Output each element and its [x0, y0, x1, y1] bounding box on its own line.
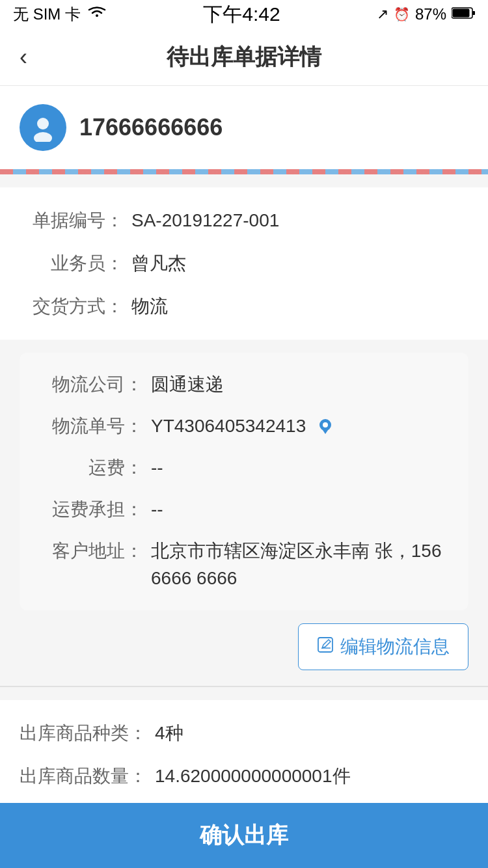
- logistics-company-label: 物流公司：: [39, 371, 143, 398]
- alarm-icon: ⏰: [394, 7, 410, 22]
- salesperson-row: 业务员： 曾凡杰: [20, 250, 468, 277]
- status-right: ↗ ⏰ 87%: [377, 5, 475, 23]
- confirm-button-label: 确认出库: [200, 821, 288, 850]
- product-type-row: 出库商品种类： 4种: [20, 720, 468, 747]
- freight-bear-label: 运费承担：: [39, 496, 143, 523]
- status-left: 无 SIM 卡: [13, 4, 107, 25]
- confirm-bar[interactable]: 确认出库: [0, 803, 488, 868]
- tracking-label: 物流单号：: [39, 413, 143, 440]
- tracking-value: YT4306405342413: [151, 413, 306, 440]
- status-time: 下午4:42: [203, 1, 280, 28]
- doc-number-value: SA-20191227-001: [131, 207, 468, 234]
- tracking-value-row: YT4306405342413: [143, 413, 337, 440]
- product-type-label: 出库商品种类：: [20, 720, 147, 747]
- back-button[interactable]: ‹: [20, 44, 27, 71]
- svg-point-4: [34, 132, 52, 142]
- status-bar: 无 SIM 卡 下午4:42 ↗ ⏰ 87%: [0, 0, 488, 29]
- svg-point-7: [323, 422, 328, 427]
- svg-rect-2: [472, 11, 475, 15]
- nav-bar: ‹ 待出库单据详情: [0, 29, 488, 86]
- page-title: 待出库单据详情: [167, 42, 321, 72]
- freight-bear-row: 运费承担： --: [39, 496, 449, 523]
- product-qty-row: 出库商品数量： 14.620000000000001件: [20, 763, 468, 790]
- location-status-icon: ↗: [377, 6, 388, 23]
- logistics-company-row: 物流公司： 圆通速递: [39, 371, 449, 398]
- product-qty-value: 14.620000000000001件: [155, 763, 468, 790]
- edit-logistics-label: 编辑物流信息: [340, 634, 450, 659]
- order-info-section: 单据编号： SA-20191227-001 业务员： 曾凡杰 交货方式： 物流: [0, 187, 488, 340]
- dashed-divider: [0, 169, 488, 174]
- address-value: 北京市市辖区海淀区永丰南 张，156 6666 6666: [151, 537, 449, 592]
- product-qty-label: 出库商品数量：: [20, 763, 147, 790]
- delivery-row: 交货方式： 物流: [20, 293, 468, 320]
- doc-number-row: 单据编号： SA-20191227-001: [20, 207, 468, 234]
- freight-bear-value: --: [151, 496, 449, 523]
- delivery-value: 物流: [131, 293, 468, 320]
- freight-label: 运费：: [39, 454, 143, 481]
- battery-percent: 87%: [415, 5, 446, 23]
- customer-header: 17666666666: [0, 86, 488, 169]
- battery-icon: [452, 5, 475, 23]
- product-info-section: 出库商品种类： 4种 出库商品数量： 14.620000000000001件: [0, 700, 488, 803]
- edit-logistics-area: 编辑物流信息: [0, 623, 488, 686]
- salesperson-label: 业务员：: [20, 250, 124, 277]
- svg-point-3: [37, 118, 49, 129]
- map-pin-icon[interactable]: [314, 414, 337, 438]
- product-type-value: 4种: [155, 720, 468, 747]
- avatar: [20, 104, 66, 151]
- delivery-label: 交货方式：: [20, 293, 124, 320]
- svg-rect-1: [452, 9, 469, 18]
- doc-number-label: 单据编号：: [20, 207, 124, 234]
- edit-icon: [317, 636, 334, 658]
- address-row: 客户地址： 北京市市辖区海淀区永丰南 张，156 6666 6666: [39, 537, 449, 592]
- carrier-text: 无 SIM 卡: [13, 4, 81, 25]
- address-label: 客户地址：: [39, 537, 143, 565]
- tracking-row: 物流单号： YT4306405342413: [39, 413, 449, 440]
- freight-value: --: [151, 454, 449, 481]
- section-divider: [0, 686, 488, 687]
- logistics-company-value: 圆通速递: [151, 371, 449, 398]
- logistics-card: 物流公司： 圆通速递 物流单号： YT4306405342413 运费： -- …: [20, 353, 468, 610]
- svg-rect-8: [318, 638, 332, 652]
- salesperson-value: 曾凡杰: [131, 250, 468, 277]
- customer-phone: 17666666666: [79, 114, 223, 141]
- edit-logistics-button[interactable]: 编辑物流信息: [298, 623, 468, 670]
- wifi-icon: [87, 5, 107, 23]
- freight-row: 运费： --: [39, 454, 449, 481]
